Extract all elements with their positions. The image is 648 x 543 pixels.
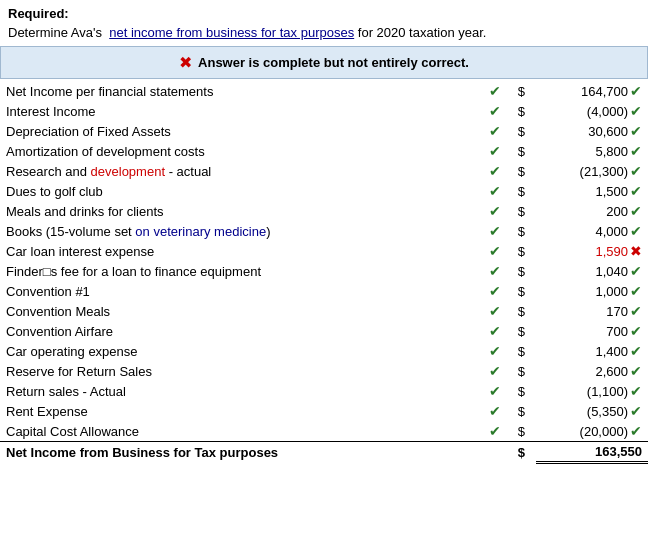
row-icons: ✔ — [447, 241, 507, 261]
check-icon: ✔ — [489, 123, 501, 139]
row-dollar: $ — [507, 341, 537, 361]
table-row: Convention Airfare✔$700✔ — [0, 321, 648, 341]
alert-text: Answer is complete but not entirely corr… — [198, 55, 469, 70]
row-dollar: $ — [507, 201, 537, 221]
check-icon: ✔ — [489, 283, 501, 299]
row-icons: ✔ — [447, 321, 507, 341]
table-row: Books (15-volume set on veterinary medic… — [0, 221, 648, 241]
instruction: Determine Ava's net income from business… — [0, 23, 648, 46]
row-value: 1,500✔ — [536, 181, 648, 201]
row-label: Finder□s fee for a loan to finance equip… — [0, 261, 447, 281]
table-row: Convention #1✔$1,000✔ — [0, 281, 648, 301]
check-icon: ✔ — [489, 163, 501, 179]
row-value: 4,000✔ — [536, 221, 648, 241]
alert-bar: ✖ Answer is complete but not entirely co… — [0, 46, 648, 79]
table-row: Rent Expense✔$(5,350)✔ — [0, 401, 648, 421]
row-icons: ✔ — [447, 421, 507, 442]
check-icon-right: ✔ — [630, 263, 642, 279]
row-value: 1,000✔ — [536, 281, 648, 301]
row-icons: ✔ — [447, 181, 507, 201]
check-icon-right: ✔ — [630, 283, 642, 299]
row-dollar: $ — [507, 381, 537, 401]
row-dollar: $ — [507, 421, 537, 442]
row-dollar: $ — [507, 321, 537, 341]
error-icon: ✖ — [179, 53, 192, 72]
row-value: 1,590✖ — [536, 241, 648, 261]
check-icon-right: ✔ — [630, 363, 642, 379]
row-value: (20,000)✔ — [536, 421, 648, 442]
check-icon: ✔ — [489, 403, 501, 419]
check-icon-right: ✔ — [630, 223, 642, 239]
row-label: Amortization of development costs — [0, 141, 447, 161]
row-icons: ✔ — [447, 261, 507, 281]
row-label: Convention #1 — [0, 281, 447, 301]
row-label: Convention Meals — [0, 301, 447, 321]
check-icon-right: ✔ — [630, 163, 642, 179]
total-label: Net Income from Business for Tax purpose… — [0, 442, 447, 463]
row-label: Convention Airfare — [0, 321, 447, 341]
row-value: (21,300)✔ — [536, 161, 648, 181]
row-label: Capital Cost Allowance — [0, 421, 447, 442]
check-icon-right: ✔ — [630, 343, 642, 359]
check-icon-right: ✔ — [630, 303, 642, 319]
required-label: Required: — [0, 0, 648, 23]
check-icon-right: ✔ — [630, 383, 642, 399]
check-icon: ✔ — [489, 243, 501, 259]
check-icon-right: ✔ — [630, 103, 642, 119]
check-icon: ✔ — [489, 343, 501, 359]
table-row: Car loan interest expense✔$1,590✖ — [0, 241, 648, 261]
check-icon: ✔ — [489, 383, 501, 399]
row-value: (5,350)✔ — [536, 401, 648, 421]
row-dollar: $ — [507, 161, 537, 181]
row-label: Rent Expense — [0, 401, 447, 421]
table-row: Dues to golf club✔$1,500✔ — [0, 181, 648, 201]
row-icons: ✔ — [447, 221, 507, 241]
row-icons: ✔ — [447, 81, 507, 101]
row-icons: ✔ — [447, 161, 507, 181]
table-row: Finder□s fee for a loan to finance equip… — [0, 261, 648, 281]
table-row: Return sales - Actual✔$(1,100)✔ — [0, 381, 648, 401]
row-icons: ✔ — [447, 381, 507, 401]
row-dollar: $ — [507, 221, 537, 241]
row-label: Return sales - Actual — [0, 381, 447, 401]
check-icon-right: ✔ — [630, 323, 642, 339]
check-icon-right: ✔ — [630, 203, 642, 219]
check-icon-right: ✔ — [630, 83, 642, 99]
total-value: 163,550 — [536, 442, 648, 463]
check-icon: ✔ — [489, 323, 501, 339]
total-dollar: $ — [507, 442, 537, 463]
check-icon-right: ✔ — [630, 423, 642, 439]
check-icon: ✔ — [489, 423, 501, 439]
row-value: 5,800✔ — [536, 141, 648, 161]
error-circle-icon: ✖ — [630, 243, 642, 259]
check-icon: ✔ — [489, 183, 501, 199]
row-dollar: $ — [507, 121, 537, 141]
row-value: 1,400✔ — [536, 341, 648, 361]
total-icons — [447, 442, 507, 463]
row-value: 700✔ — [536, 321, 648, 341]
table-row: Research and development - actual✔$(21,3… — [0, 161, 648, 181]
row-value: 170✔ — [536, 301, 648, 321]
table-row: Meals and drinks for clients✔$200✔ — [0, 201, 648, 221]
table-row: Interest Income✔$(4,000)✔ — [0, 101, 648, 121]
row-value: 30,600✔ — [536, 121, 648, 141]
row-label: Research and development - actual — [0, 161, 447, 181]
check-icon-right: ✔ — [630, 183, 642, 199]
row-label: Net Income per financial statements — [0, 81, 447, 101]
check-icon: ✔ — [489, 203, 501, 219]
row-label: Car loan interest expense — [0, 241, 447, 261]
row-value: 2,600✔ — [536, 361, 648, 381]
row-value: 200✔ — [536, 201, 648, 221]
check-icon-right: ✔ — [630, 123, 642, 139]
row-icons: ✔ — [447, 101, 507, 121]
check-icon: ✔ — [489, 303, 501, 319]
row-dollar: $ — [507, 241, 537, 261]
table-row: Capital Cost Allowance✔$(20,000)✔ — [0, 421, 648, 442]
table-row: Amortization of development costs✔$5,800… — [0, 141, 648, 161]
row-label: Depreciation of Fixed Assets — [0, 121, 447, 141]
row-value: 164,700✔ — [536, 81, 648, 101]
row-value: (1,100)✔ — [536, 381, 648, 401]
row-icons: ✔ — [447, 341, 507, 361]
row-label: Dues to golf club — [0, 181, 447, 201]
row-value: (4,000)✔ — [536, 101, 648, 121]
